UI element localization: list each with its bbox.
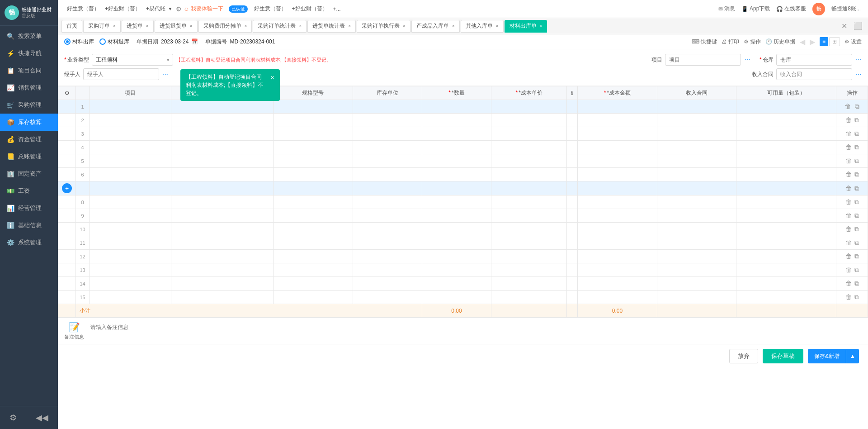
copy-row-btn[interactable]: ⧉ xyxy=(853,171,860,178)
radio-material-out[interactable]: 材料出库 xyxy=(64,38,94,46)
user-name[interactable]: 畅捷通8账... xyxy=(831,5,861,13)
delete-row-btn[interactable]: 🗑 xyxy=(844,225,853,233)
tab-close-product-stock[interactable]: × xyxy=(452,24,455,29)
copy-row-btn[interactable]: ⧉ xyxy=(853,116,860,124)
topbar-gear-icon[interactable]: ⚙ xyxy=(176,5,182,13)
tab-purchase-order[interactable]: 采购订单 × xyxy=(83,20,121,33)
online-service-btn[interactable]: 🎧 在线客服 xyxy=(776,5,806,13)
delete-row-btn[interactable]: 🗑 xyxy=(844,280,853,287)
topbar-good-biz[interactable]: 好生意（普） xyxy=(65,5,101,13)
copy-add-row-btn[interactable]: ⧉ xyxy=(853,185,860,192)
grid-view-btn[interactable]: ⊞ xyxy=(829,37,840,46)
tab-material-out[interactable]: 材料出库单 × xyxy=(505,20,547,33)
settings-btn[interactable]: ⚙ 设置 xyxy=(844,38,862,46)
tab-close-purchase-stat[interactable]: × xyxy=(299,24,302,29)
col-settings[interactable]: ⚙ xyxy=(58,86,76,100)
add-row-input[interactable] xyxy=(90,183,273,194)
copy-row-btn[interactable]: ⧉ xyxy=(853,266,860,273)
restore-window-btn[interactable]: ⬜ xyxy=(852,22,864,30)
copy-row-btn[interactable]: ⧉ xyxy=(853,239,860,246)
topbar-good-biz2[interactable]: 好生意（普） xyxy=(252,5,288,13)
tab-close-incoming-stat[interactable]: × xyxy=(348,24,351,29)
delete-row-btn[interactable]: 🗑 xyxy=(844,143,853,151)
save-new-arrow[interactable]: ▲ xyxy=(846,350,859,362)
list-view-btn[interactable]: ≡ xyxy=(820,37,828,46)
copy-row-btn[interactable]: ⧉ xyxy=(853,130,860,137)
warehouse-input[interactable] xyxy=(776,54,852,66)
nav-prev-icon[interactable]: ◀ xyxy=(800,38,805,46)
topbar-more[interactable]: +... xyxy=(331,6,343,12)
delete-row-btn[interactable]: 🗑 xyxy=(844,198,853,205)
row-unit-1[interactable] xyxy=(353,100,422,114)
delete-row-btn[interactable]: 🗑 xyxy=(844,212,853,219)
app-download-btn[interactable]: 📱 App下载 xyxy=(741,5,770,13)
topbar-plus-finance[interactable]: +好业财（普） xyxy=(103,5,142,13)
copy-row-1-btn[interactable]: ⧉ xyxy=(854,103,861,110)
copy-row-btn[interactable]: ⧉ xyxy=(853,157,860,164)
sidebar-item-payroll[interactable]: 💵 工资 xyxy=(0,182,58,200)
tab-close-other-stock[interactable]: × xyxy=(496,24,499,29)
project-input[interactable] xyxy=(665,54,741,66)
tab-close-incoming-return[interactable]: × xyxy=(190,24,193,29)
tab-incoming[interactable]: 进货单 × xyxy=(122,20,154,33)
topbar-plus-finance2[interactable]: +好业财（普） xyxy=(290,5,330,13)
sidebar-item-search[interactable]: 🔍 搜索菜单 xyxy=(0,28,58,45)
sidebar-item-project[interactable]: 📋 项目合同 xyxy=(0,62,58,79)
sidebar-item-finance[interactable]: 💰 资金管理 xyxy=(0,131,58,148)
income-contract-dots-btn[interactable]: ··· xyxy=(856,70,862,78)
sidebar-item-purchase[interactable]: 🛒 采购管理 xyxy=(0,96,58,114)
tab-close-incoming[interactable]: × xyxy=(146,24,149,29)
tab-incoming-stat[interactable]: 进货单统计表 × xyxy=(307,20,356,33)
warehouse-dots-btn[interactable]: ··· xyxy=(856,56,862,64)
tab-other-stock[interactable]: 其他入库单 × xyxy=(461,20,504,33)
nav-next-icon[interactable]: ▶ xyxy=(810,38,815,46)
sidebar-item-ledger[interactable]: 📒 总账管理 xyxy=(0,148,58,165)
operation-btn[interactable]: ⚙ 操作 xyxy=(744,38,761,46)
tooltip-close-btn[interactable]: × xyxy=(270,73,274,82)
sidebar-settings-icon[interactable]: ⚙ xyxy=(6,411,20,424)
tab-close-purchase-exec[interactable]: × xyxy=(403,24,406,29)
delete-add-row-btn[interactable]: 🗑 xyxy=(844,185,853,192)
copy-row-btn[interactable]: ⧉ xyxy=(853,198,860,205)
abandon-btn[interactable]: 放弃 xyxy=(729,349,758,363)
copy-row-btn[interactable]: ⧉ xyxy=(853,212,860,219)
handler-input[interactable] xyxy=(83,68,159,80)
note-input[interactable] xyxy=(89,322,862,340)
print-btn[interactable]: 🖨 打印 xyxy=(722,38,739,46)
row-material-1[interactable] xyxy=(171,100,274,114)
experience-btn[interactable]: ☺ 我要体验一下 xyxy=(184,5,223,13)
row-income-contract-1[interactable] xyxy=(657,100,736,114)
sidebar-item-ops[interactable]: 📊 经营管理 xyxy=(0,200,58,217)
copy-row-btn[interactable]: ⧉ xyxy=(853,143,860,151)
calendar-icon[interactable]: 📅 xyxy=(191,38,198,45)
row-qty-1[interactable] xyxy=(422,100,491,114)
copy-row-btn[interactable]: ⧉ xyxy=(853,253,860,260)
shortcut-key-btn[interactable]: ⌨ 快捷键 xyxy=(692,38,717,46)
copy-row-btn[interactable]: ⧉ xyxy=(853,293,860,300)
delete-row-1-btn[interactable]: 🗑 xyxy=(843,103,852,110)
tab-incoming-return[interactable]: 进货退货单 × xyxy=(155,20,198,33)
radio-material-return[interactable]: 材料退库 xyxy=(99,38,129,46)
delete-row-btn[interactable]: 🗑 xyxy=(844,116,853,124)
copy-row-btn[interactable]: ⧉ xyxy=(853,225,860,233)
copy-row-btn[interactable]: ⧉ xyxy=(853,280,860,287)
biz-type-input[interactable] xyxy=(92,54,173,66)
delete-row-btn[interactable]: 🗑 xyxy=(844,239,853,246)
sidebar-item-inventory[interactable]: 📦 库存核算 xyxy=(0,114,58,131)
row-project-1[interactable] xyxy=(90,100,171,114)
tab-product-stock[interactable]: 产成品入库单 × xyxy=(411,20,460,33)
user-avatar[interactable]: 畅 xyxy=(812,3,825,15)
save-new-btn[interactable]: 保存&新增 ▲ xyxy=(808,349,859,363)
tab-home[interactable]: 首页 xyxy=(61,20,82,33)
topbar-easy-agent[interactable]: +易代账 ▼ xyxy=(144,5,174,13)
delete-row-btn[interactable]: 🗑 xyxy=(844,130,853,137)
income-contract-input[interactable] xyxy=(776,68,852,80)
sidebar-collapse-icon[interactable]: ◀◀ xyxy=(32,411,52,424)
tab-close-material-out[interactable]: × xyxy=(540,24,542,29)
history-btn[interactable]: 🕐 历史单据 xyxy=(765,38,795,46)
save-new-main[interactable]: 保存&新增 xyxy=(808,350,846,363)
row-spec-1[interactable] xyxy=(274,100,353,114)
save-draft-btn[interactable]: 保存草稿 xyxy=(763,349,803,363)
add-row-btn[interactable]: + xyxy=(62,183,72,193)
tab-purchase-exec[interactable]: 采购订单执行表 × xyxy=(357,20,410,33)
